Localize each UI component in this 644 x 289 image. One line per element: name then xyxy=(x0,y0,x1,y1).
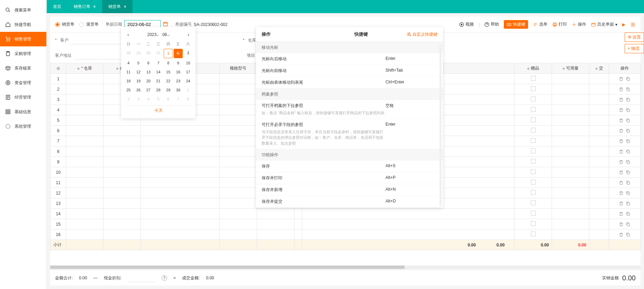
cell-blank2[interactable] xyxy=(302,219,515,229)
cell-blank[interactable] xyxy=(141,126,219,136)
cell-spec[interactable] xyxy=(219,178,257,188)
calendar-day[interactable]: 17 xyxy=(183,68,193,76)
cell-warehouse[interactable] xyxy=(66,167,103,178)
history-button[interactable]: 历史单据 ▾ xyxy=(591,21,617,27)
gift-checkbox[interactable] xyxy=(531,159,536,164)
calendar-day[interactable]: 5 xyxy=(154,95,163,103)
cell-blank[interactable] xyxy=(141,198,219,209)
copy-icon[interactable] xyxy=(626,160,631,164)
cell-gift[interactable] xyxy=(515,94,552,105)
calendar-day[interactable]: 22 xyxy=(164,77,173,85)
cell-spec[interactable] xyxy=(219,209,257,219)
cell-blank[interactable] xyxy=(141,229,219,240)
cell-warehouse[interactable] xyxy=(66,229,103,240)
cell-warehouse[interactable] xyxy=(66,105,103,115)
cell-gift[interactable] xyxy=(515,167,552,178)
delete-icon[interactable] xyxy=(619,97,624,102)
cell-gift[interactable] xyxy=(515,209,552,219)
cell-blank[interactable] xyxy=(141,209,219,219)
cell-warehouse[interactable] xyxy=(66,188,103,198)
gift-checkbox[interactable] xyxy=(531,148,536,153)
calendar-day[interactable]: 14 xyxy=(154,68,163,76)
close-icon[interactable]: × xyxy=(124,4,126,9)
cell-available[interactable] xyxy=(552,94,589,105)
cell-delivery[interactable] xyxy=(589,126,609,136)
calendar-day[interactable]: 1 xyxy=(183,86,193,94)
cell-req[interactable] xyxy=(294,229,302,240)
calendar-day[interactable]: 19 xyxy=(134,77,143,85)
calendar-day[interactable]: 6 xyxy=(164,95,173,103)
delete-icon[interactable] xyxy=(619,211,624,216)
cell-delivery[interactable] xyxy=(589,229,609,240)
calendar-day[interactable]: 4 xyxy=(124,59,133,67)
cell-barcode[interactable] xyxy=(103,167,141,178)
sidebar-item-system[interactable]: 系统管理 xyxy=(0,119,46,134)
calendar-day[interactable]: 3 xyxy=(134,95,143,103)
cell-gift[interactable] xyxy=(515,198,552,209)
copy-icon[interactable] xyxy=(626,191,631,196)
delete-icon[interactable] xyxy=(619,170,624,175)
calendar-day[interactable]: 30 xyxy=(174,86,183,94)
cell-delivery[interactable] xyxy=(589,178,609,188)
cell-delivery[interactable] xyxy=(589,146,609,157)
gift-checkbox[interactable] xyxy=(531,180,536,184)
calendar-today-button[interactable]: 今天 xyxy=(124,105,193,116)
cell-barcode[interactable] xyxy=(103,188,141,198)
scrollbar-thumb[interactable] xyxy=(50,265,405,269)
prev-month-button[interactable]: ‹ xyxy=(125,32,131,37)
cell-available[interactable] xyxy=(552,229,589,240)
cell-blank[interactable] xyxy=(141,146,219,157)
gift-checkbox[interactable] xyxy=(531,200,536,205)
sidebar-item-inventory[interactable]: 库存核算 xyxy=(0,61,46,75)
cell-delivery[interactable] xyxy=(589,157,609,167)
calendar-day[interactable]: 27 xyxy=(144,86,153,94)
cell-blank[interactable] xyxy=(141,178,219,188)
calendar-day[interactable]: 20 xyxy=(144,77,153,85)
calendar-day[interactable]: 29 xyxy=(164,86,173,94)
cell-spec[interactable] xyxy=(219,94,257,105)
cell-blank[interactable] xyxy=(141,157,219,167)
cell-barcode[interactable] xyxy=(103,229,141,240)
calendar-day[interactable]: 18 xyxy=(124,77,133,85)
cell-spec[interactable] xyxy=(219,84,257,94)
cell-blank[interactable] xyxy=(141,167,219,178)
cell-spec[interactable] xyxy=(219,74,257,84)
cell-gift[interactable] xyxy=(515,188,552,198)
cell-delivery[interactable] xyxy=(589,94,609,105)
cell-available[interactable] xyxy=(552,188,589,198)
cell-warehouse[interactable] xyxy=(66,136,103,146)
cell-warehouse[interactable] xyxy=(66,209,103,219)
help-icon[interactable]: ? xyxy=(162,275,167,281)
cell-delivery[interactable] xyxy=(589,188,609,198)
shortcuts-scrollbar[interactable] xyxy=(439,44,442,206)
gift-checkbox[interactable] xyxy=(531,221,536,226)
cell-warehouse[interactable] xyxy=(66,157,103,167)
tab-sales-doc[interactable]: 销货单 × xyxy=(102,0,133,13)
copy-icon[interactable] xyxy=(626,108,631,112)
calendar-day[interactable]: 4 xyxy=(144,95,153,103)
sidebar-item-sales[interactable]: 销售管理 xyxy=(0,32,46,46)
th-gear[interactable]: ⚙ xyxy=(51,63,66,74)
cell-warehouse[interactable] xyxy=(66,198,103,209)
sidebar-item-finance[interactable]: 资金管理 xyxy=(0,75,46,90)
delete-icon[interactable] xyxy=(619,76,624,81)
cell-delivery[interactable] xyxy=(589,198,609,209)
cell-delivery[interactable] xyxy=(589,209,609,219)
calendar-day[interactable]: 25 xyxy=(124,86,133,94)
calendar-day[interactable]: 12 xyxy=(134,68,143,76)
cell-available[interactable] xyxy=(552,136,589,146)
cell-warehouse[interactable] xyxy=(66,74,103,84)
cell-spec[interactable] xyxy=(219,167,257,178)
cell-blank[interactable] xyxy=(141,136,219,146)
menu-icon[interactable] xyxy=(630,22,636,27)
gift-checkbox[interactable] xyxy=(531,211,536,216)
ops-button[interactable]: 操作 xyxy=(572,21,586,27)
radio-return[interactable]: 退货单 xyxy=(79,21,99,27)
cell-delivery[interactable] xyxy=(589,219,609,229)
table-row[interactable]: 16 xyxy=(51,229,641,240)
th-gift[interactable]: ◆赠品 xyxy=(515,63,552,74)
calendar-day[interactable]: 1 xyxy=(164,49,173,58)
gift-checkbox[interactable] xyxy=(531,128,536,133)
calendar-day[interactable]: 21 xyxy=(154,77,163,85)
gift-checkbox[interactable] xyxy=(531,232,536,236)
